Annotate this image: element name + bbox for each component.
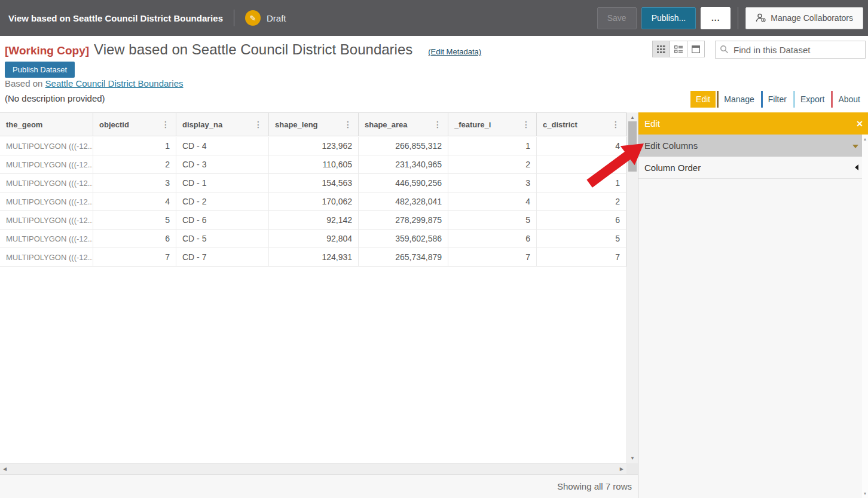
cell-display_na[interactable]: CD - 1 [176,174,269,192]
cell-display_na[interactable]: CD - 3 [176,155,269,173]
scroll-left-icon[interactable]: ◀ [3,466,7,472]
cell-shape_area[interactable]: 446,590,256 [359,174,448,192]
cell-c_district[interactable]: 7 [537,248,626,266]
more-actions-button[interactable]: ... [701,7,731,29]
cell-the_geom[interactable]: MULTIPOLYGON (((-12... [0,230,93,248]
cell-objectid[interactable]: 6 [93,230,176,248]
cell-shape_area[interactable]: 482,328,041 [359,193,448,210]
vertical-scrollbar-thumb[interactable] [628,121,637,172]
column-menu-icon[interactable]: ⋮ [250,120,262,129]
cell-_feature_i[interactable]: 7 [448,248,537,266]
cell-c_district[interactable]: 4 [537,137,626,155]
cell-display_na[interactable]: CD - 4 [176,137,269,155]
edit-metadata-link[interactable]: (Edit Metadata) [428,47,481,56]
panel-item-column-order[interactable]: Column Order [638,157,868,179]
vertical-scrollbar[interactable]: ▲ ▼ [626,112,638,463]
tab-export[interactable]: Export [793,91,830,108]
scroll-down-icon[interactable]: ▼ [627,456,638,461]
cell-c_district[interactable]: 6 [537,211,626,229]
column-header-c_district[interactable]: c_district⋮ [537,113,626,136]
panel-item-edit-columns[interactable]: Edit Columns [638,135,868,157]
column-menu-icon[interactable]: ⋮ [608,120,620,129]
cell-c_district[interactable]: 2 [537,193,626,210]
cell-display_na[interactable]: CD - 7 [176,248,269,266]
cell-the_geom[interactable]: MULTIPOLYGON (((-12... [0,193,93,210]
cell-the_geom[interactable]: MULTIPOLYGON (((-12... [0,137,93,155]
panel-scroll-down-icon[interactable]: ▼ [862,491,868,496]
grid-view-button[interactable] [652,41,670,57]
cell-shape_area[interactable]: 278,299,875 [359,211,448,229]
column-header-shape_leng[interactable]: shape_leng⋮ [269,113,359,136]
horizontal-scrollbar[interactable]: ◀ ▶ [0,463,626,474]
column-menu-icon[interactable]: ⋮ [340,120,352,129]
cell-the_geom[interactable]: MULTIPOLYGON (((-12... [0,248,93,266]
search-icon [720,45,729,54]
cell-the_geom[interactable]: MULTIPOLYGON (((-12... [0,211,93,229]
publish-dataset-button[interactable]: Publish Dataset [5,62,75,78]
working-copy-badge: [Working Copy] [5,44,89,57]
cell-the_geom[interactable]: MULTIPOLYGON (((-12... [0,174,93,192]
panel-scrollbar[interactable]: ▲ ▼ [862,135,868,498]
cell-c_district[interactable]: 5 [537,230,626,248]
scroll-right-icon[interactable]: ▶ [620,466,624,472]
column-header-objectid[interactable]: objectid⋮ [93,113,176,136]
topbar-separator [738,7,738,29]
cell-shape_leng[interactable]: 124,931 [269,248,359,266]
cell-_feature_i[interactable]: 5 [448,211,537,229]
list-view-button[interactable] [670,41,687,57]
based-on-dataset-link[interactable]: Seattle Council District Boundaries [45,78,184,88]
column-header-display_na[interactable]: display_na⋮ [176,113,269,136]
cell-shape_leng[interactable]: 92,804 [269,230,359,248]
cell-objectid[interactable]: 7 [93,248,176,266]
cell-shape_leng[interactable]: 123,962 [269,137,359,155]
cell-objectid[interactable]: 1 [93,137,176,155]
cell-_feature_i[interactable]: 2 [448,155,537,173]
cell-shape_leng[interactable]: 154,563 [269,174,359,192]
tab-manage[interactable]: Manage [717,91,760,108]
tab-about[interactable]: About [831,91,866,108]
cell-shape_leng[interactable]: 92,142 [269,211,359,229]
column-menu-icon[interactable]: ⋮ [430,120,442,129]
cell-_feature_i[interactable]: 3 [448,174,537,192]
cell-objectid[interactable]: 5 [93,211,176,229]
cell-c_district[interactable]: 1 [537,174,626,192]
column-header-_feature_i[interactable]: _feature_i⋮ [448,113,537,136]
cell-display_na[interactable]: CD - 6 [176,211,269,229]
column-name: objectid [99,120,129,129]
column-menu-icon[interactable]: ⋮ [518,120,530,129]
column-name: c_district [543,120,577,129]
save-button[interactable]: Save [597,7,637,29]
search-input[interactable] [715,41,866,59]
tab-filter[interactable]: Filter [761,91,792,108]
chevron-left-icon [855,164,858,170]
cell-display_na[interactable]: CD - 2 [176,193,269,210]
cell-_feature_i[interactable]: 1 [448,137,537,155]
cell-_feature_i[interactable]: 6 [448,230,537,248]
cell-shape_area[interactable]: 265,734,879 [359,248,448,266]
cell-_feature_i[interactable]: 4 [448,193,537,210]
tab-edit[interactable]: Edit [690,91,716,108]
cell-objectid[interactable]: 2 [93,155,176,173]
publish-button[interactable]: Publish... [641,7,696,29]
table-row: MULTIPOLYGON (((-12...5CD - 692,142278,2… [0,211,626,230]
list-view-icon [674,45,683,53]
cell-shape_area[interactable]: 266,855,312 [359,137,448,155]
page-view-button[interactable] [687,41,705,57]
cell-objectid[interactable]: 3 [93,174,176,192]
column-header-the_geom[interactable]: the_geom [0,113,93,136]
cell-c_district[interactable]: 3 [537,155,626,173]
cell-shape_area[interactable]: 231,340,965 [359,155,448,173]
panel-scroll-up-icon[interactable]: ▲ [862,137,868,141]
manage-collaborators-button[interactable]: Manage Collaborators [745,7,863,29]
cell-shape_leng[interactable]: 170,062 [269,193,359,210]
scroll-up-icon[interactable]: ▲ [627,115,638,120]
column-menu-icon[interactable]: ⋮ [158,120,170,129]
cell-the_geom[interactable]: MULTIPOLYGON (((-12... [0,155,93,173]
cell-objectid[interactable]: 4 [93,193,176,210]
cell-shape_leng[interactable]: 110,605 [269,155,359,173]
cell-display_na[interactable]: CD - 5 [176,230,269,248]
cell-shape_area[interactable]: 359,602,586 [359,230,448,248]
column-name: _feature_i [454,120,491,129]
close-icon[interactable]: ✕ [856,119,863,129]
column-header-shape_area[interactable]: shape_area⋮ [359,113,448,136]
